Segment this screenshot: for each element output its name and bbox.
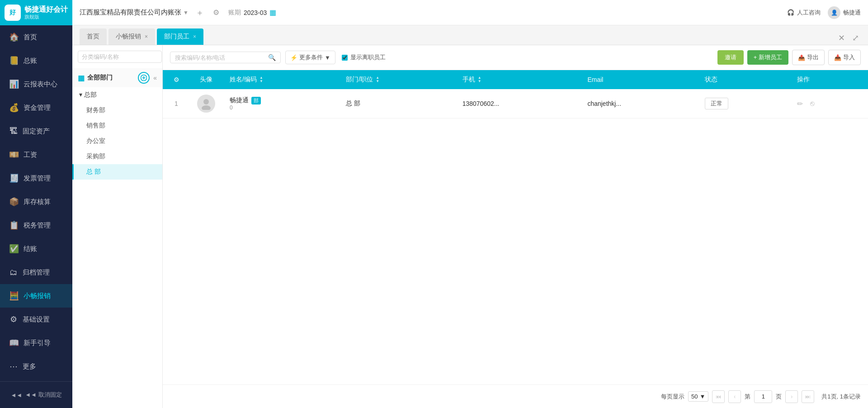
invite-button[interactable]: 邀请	[717, 50, 744, 65]
employee-email: chanjethkj...	[587, 100, 621, 107]
dept-collapse-button[interactable]: «	[153, 74, 157, 81]
sidebar-bottom: ◄◄ ◄◄ 取消固定	[0, 381, 72, 408]
sidebar-item-label: 归档管理	[23, 268, 50, 277]
dept-add-button[interactable]	[138, 72, 150, 84]
dept-item-bangongshi[interactable]: 办公室	[72, 133, 162, 149]
cancel-pin-button[interactable]: ◄◄ ◄◄ 取消固定	[0, 387, 72, 403]
employee-name: 畅捷通 部	[230, 96, 331, 104]
next-page-button[interactable]: ›	[785, 390, 798, 403]
ledger-icon: 📒	[9, 56, 19, 66]
search-icon[interactable]: 🔍	[268, 54, 276, 61]
per-page-label: 每页显示	[661, 393, 684, 401]
pagination-total: 共1页, 1条记录	[821, 393, 861, 401]
show-resigned-input[interactable]	[342, 55, 348, 61]
first-page-button[interactable]: ⏮	[712, 390, 725, 403]
search-bar: 🔍	[170, 52, 281, 63]
tab-home-label: 首页	[87, 33, 99, 41]
tab-home[interactable]: 首页	[80, 28, 107, 45]
per-page-select[interactable]: 50 ▼	[688, 391, 708, 402]
sidebar-item-label: 新手引导	[24, 339, 51, 347]
filter-chevron-icon: ▼	[325, 54, 330, 61]
export-button[interactable]: 📤 导出	[792, 50, 825, 65]
tab-dept-staff-close[interactable]: ×	[193, 33, 196, 40]
col-name-header[interactable]: 姓名/编码 ▲▼	[222, 70, 339, 89]
tab-dept-staff-label: 部门员工	[164, 33, 189, 41]
row-email-cell: chanjethkj...	[580, 89, 698, 119]
expand-tab-button[interactable]: ⤢	[850, 31, 861, 45]
sidebar-item-reports[interactable]: 📊 云报表中心	[0, 72, 72, 96]
sidebar-item-label: 更多	[23, 362, 36, 371]
filter-button[interactable]: ⚡ 更多条件 ▼	[285, 51, 335, 64]
app-logo[interactable]: 好 畅捷通好会计 旗舰版	[0, 0, 72, 25]
col-settings[interactable]: ⚙	[163, 70, 190, 89]
payroll-icon: 💴	[9, 150, 19, 160]
dept-item-xiaoshoubu[interactable]: 销售部	[72, 118, 162, 133]
dept-item-caiwubu[interactable]: 财务部	[72, 103, 162, 118]
row-actions-cell: ✏ ⎋	[790, 89, 868, 119]
sidebar-item-more[interactable]: ⋯ 更多	[0, 355, 72, 378]
dept-item-zongbu2[interactable]: 总 部	[72, 164, 162, 180]
period-display: 账期 2023-03 ▦	[228, 8, 276, 17]
sidebar-item-ledger[interactable]: 📒 总账	[0, 49, 72, 72]
fixed-assets-icon: 🏗	[9, 127, 18, 136]
tab-xiaochang-label: 小畅报销	[116, 33, 141, 41]
import-icon: 📥	[834, 54, 841, 61]
import-button[interactable]: 📥 导入	[828, 50, 861, 65]
sidebar-item-payroll[interactable]: 💴 工资	[0, 143, 72, 166]
toolbar-right: 邀请 + 新增员工 📤 导出 📥 导入	[717, 50, 861, 65]
sidebar-item-label: 总账	[24, 57, 37, 65]
dept-item-zongbu[interactable]: ▾ 总部	[72, 87, 162, 103]
sidebar-item-guide[interactable]: 📖 新手引导	[0, 331, 72, 355]
company-selector[interactable]: 江西服宝精品有限责任公司内账张 ▼	[80, 8, 189, 17]
sidebar-item-funds[interactable]: 💰 资金管理	[0, 96, 72, 119]
xiaochang-icon: 🧮	[9, 291, 19, 301]
dept-item-caigoubu[interactable]: 采购部	[72, 149, 162, 164]
phone-sort-icon: ▲▼	[478, 76, 481, 83]
calendar-icon[interactable]: ▦	[269, 8, 276, 17]
sidebar-item-label: 发票管理	[24, 174, 51, 183]
settings-gear-icon[interactable]: ⚙	[211, 6, 221, 19]
dept-sort-icon: ▲▼	[376, 76, 379, 83]
company-chevron-icon: ▼	[183, 9, 189, 16]
sidebar-item-invoice[interactable]: 🧾 发票管理	[0, 166, 72, 190]
dept-search-input[interactable]	[78, 51, 162, 63]
user-menu[interactable]: 👤 畅捷通	[828, 6, 861, 19]
sidebar-item-inventory[interactable]: 📦 库存核算	[0, 190, 72, 213]
prev-page-button[interactable]: ‹	[728, 390, 741, 403]
page-input[interactable]	[754, 390, 772, 403]
last-page-button[interactable]: ⏭	[802, 390, 814, 403]
tab-dept-staff[interactable]: 部门员工 ×	[157, 28, 203, 45]
support-button[interactable]: 🎧 人工咨询	[787, 9, 821, 17]
close-tab-button[interactable]: ✕	[836, 31, 847, 45]
tab-xiaochang[interactable]: 小畅报销 ×	[108, 28, 155, 45]
more-icon: ⋯	[9, 361, 18, 371]
search-input[interactable]	[175, 54, 265, 61]
sidebar-item-close[interactable]: ✅ 结账	[0, 237, 72, 261]
col-dept-header[interactable]: 部门/职位 ▲▼	[339, 70, 455, 89]
sidebar-item-basic-settings[interactable]: ⚙ 基础设置	[0, 308, 72, 331]
row-index: 1	[163, 89, 190, 119]
sidebar-item-archive[interactable]: 🗂 归档管理	[0, 261, 72, 284]
tab-xiaochang-close[interactable]: ×	[145, 33, 148, 40]
edit-icon[interactable]: ✏	[797, 100, 803, 108]
all-dept-label: 全部部门	[87, 74, 113, 82]
show-resigned-checkbox[interactable]: 显示离职员工	[342, 53, 386, 62]
user-avatar: 👤	[828, 6, 840, 19]
export-icon: 📤	[798, 54, 805, 61]
add-company-button[interactable]: ＋	[194, 5, 206, 20]
logout-icon[interactable]: ⎋	[810, 100, 815, 108]
employee-name-text: 畅捷通	[230, 96, 249, 104]
sidebar-item-home[interactable]: 🏠 首页	[0, 25, 72, 49]
sidebar-item-label: 云报表中心	[24, 80, 57, 89]
tabs-bar: 首页 小畅报销 × 部门员工 × ✕ ⤢	[72, 25, 868, 45]
sidebar-item-xiaochang[interactable]: 🧮 小畅报销	[0, 284, 72, 308]
add-employee-button[interactable]: + 新增员工	[747, 50, 788, 65]
period-value: 2023-03	[244, 9, 267, 16]
logo-text-block: 畅捷通好会计 旗舰版	[24, 5, 68, 20]
sidebar-item-fixed-assets[interactable]: 🏗 固定资产	[0, 119, 72, 143]
company-name: 江西服宝精品有限责任公司内账张	[80, 8, 181, 17]
sidebar-nav: 🏠 首页 📒 总账 📊 云报表中心 💰 资金管理 🏗 固定资产 💴 工资 🧾 发…	[0, 25, 72, 381]
col-phone-header[interactable]: 手机 ▲▼	[455, 70, 580, 89]
sidebar-item-tax[interactable]: 📋 税务管理	[0, 213, 72, 237]
page-suffix: 页	[776, 393, 782, 401]
